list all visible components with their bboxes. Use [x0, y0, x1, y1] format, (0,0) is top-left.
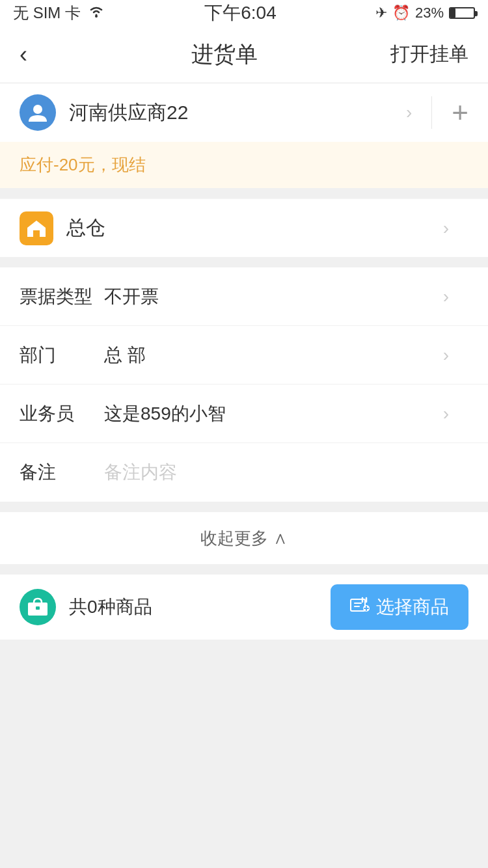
- svg-point-0: [95, 15, 98, 18]
- remark-row[interactable]: 备注 备注内容: [0, 443, 488, 502]
- chevron-right-icon: ›: [406, 102, 412, 123]
- remark-label: 备注: [20, 460, 98, 485]
- invoice-type-value: 不开票: [98, 284, 443, 309]
- vertical-divider: [431, 96, 432, 129]
- location-icon: ✈: [375, 5, 387, 21]
- department-value: 总 部: [98, 343, 443, 368]
- product-icon: [20, 589, 56, 625]
- back-button[interactable]: ‹: [20, 41, 59, 68]
- remark-input[interactable]: 备注内容: [98, 460, 468, 485]
- invoice-type-row[interactable]: 票据类型 不开票 ›: [0, 267, 488, 326]
- select-product-icon: [350, 596, 370, 618]
- status-left: 无 SIM 卡: [13, 3, 105, 23]
- warehouse-icon: [20, 211, 53, 245]
- salesman-chevron-icon: ›: [443, 403, 449, 424]
- product-count: 共0种商品: [69, 595, 331, 619]
- battery-percent: 23%: [415, 5, 444, 21]
- battery-icon: [449, 7, 475, 19]
- bottom-bar: 共0种商品 选择商品: [0, 575, 488, 640]
- collapse-label: 收起更多 ∧: [200, 527, 287, 550]
- invoice-type-label: 票据类型: [20, 284, 98, 309]
- gray-bottom-area: [0, 640, 488, 848]
- form-card: 票据类型 不开票 › 部门 总 部 › 业务员 这是859的小智 › 备注 备注…: [0, 267, 488, 502]
- warehouse-name: 总仓: [66, 215, 443, 241]
- nav-bar: ‹ 进货单 打开挂单: [0, 26, 488, 83]
- main-content: 河南供应商22 › + 应付-20元，现结 总仓 › 票据类型 不开票 ›: [0, 83, 488, 848]
- warehouse-chevron-icon: ›: [443, 218, 449, 239]
- department-chevron-icon: ›: [443, 345, 449, 366]
- warehouse-card: 总仓 ›: [0, 198, 488, 257]
- supplier-avatar: [20, 94, 56, 131]
- salesman-row[interactable]: 业务员 这是859的小智 ›: [0, 385, 488, 443]
- salesman-value: 这是859的小智: [98, 401, 443, 426]
- invoice-chevron-icon: ›: [443, 286, 449, 307]
- department-row[interactable]: 部门 总 部 ›: [0, 326, 488, 385]
- select-product-label: 选择商品: [376, 595, 449, 619]
- open-pending-button[interactable]: 打开挂单: [390, 41, 468, 68]
- page-title: 进货单: [191, 40, 258, 70]
- supplier-row[interactable]: 河南供应商22 › +: [0, 83, 488, 142]
- status-right: ✈ ⏰ 23%: [375, 5, 475, 21]
- collapse-button[interactable]: 收起更多 ∧: [0, 512, 488, 564]
- select-product-button[interactable]: 选择商品: [331, 584, 468, 630]
- status-bar: 无 SIM 卡 下午6:04 ✈ ⏰ 23%: [0, 0, 488, 26]
- wifi-icon: [87, 4, 105, 22]
- status-time: 下午6:04: [204, 1, 277, 25]
- svg-rect-4: [36, 606, 40, 610]
- department-label: 部门: [20, 343, 98, 368]
- sim-label: 无 SIM 卡: [13, 3, 81, 23]
- svg-point-1: [33, 105, 42, 114]
- alarm-icon: ⏰: [392, 5, 410, 21]
- warehouse-row[interactable]: 总仓 ›: [0, 198, 488, 257]
- salesman-label: 业务员: [20, 401, 98, 426]
- add-supplier-button[interactable]: +: [452, 98, 468, 127]
- supplier-name: 河南供应商22: [69, 100, 406, 126]
- supplier-card: 河南供应商22 › + 应付-20元，现结: [0, 83, 488, 188]
- svg-rect-2: [33, 230, 40, 237]
- notice-bar: 应付-20元，现结: [0, 142, 488, 188]
